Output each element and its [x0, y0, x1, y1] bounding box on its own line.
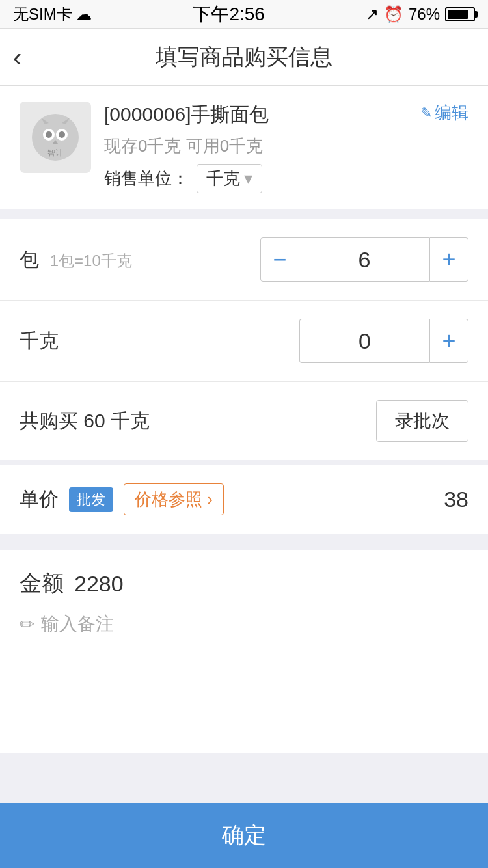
product-image: 智计: [20, 102, 91, 173]
product-logo: 智计: [29, 111, 81, 163]
product-card-wrapper: 智计 [0000006]手撕面包 现存0千克 可用0千克 销售单位： 千克 ▾ …: [0, 86, 488, 219]
status-right: ↗ ⏰ 76%: [366, 5, 475, 23]
status-time: 下午2:56: [193, 2, 265, 27]
unit-label: 销售单位：: [104, 167, 189, 190]
unit-value: 千克: [206, 167, 240, 190]
price-badge: 批发: [69, 487, 113, 512]
price-ref-button[interactable]: 价格参照 ›: [124, 483, 224, 515]
svg-text:智计: 智计: [47, 148, 63, 157]
note-placeholder[interactable]: 输入备注: [41, 612, 114, 636]
dropdown-arrow-icon: ▾: [244, 169, 252, 189]
bao-sublabel: 1包=10千克: [46, 252, 132, 269]
edit-button[interactable]: ✎ 编辑: [420, 102, 468, 124]
note-row[interactable]: ✏ 输入备注: [20, 612, 468, 636]
battery-percent: 76%: [409, 5, 440, 23]
product-unit-row: 销售单位： 千克 ▾: [104, 164, 468, 193]
bao-qty-input[interactable]: [299, 237, 429, 282]
summary-text: 共购买 60 千克: [20, 408, 150, 435]
product-stock: 现存0千克 可用0千克: [104, 135, 468, 157]
unit-dropdown[interactable]: 千克 ▾: [197, 164, 262, 193]
svg-point-3: [46, 131, 52, 138]
kg-qty-controls: +: [299, 319, 468, 363]
nav-bar: ‹ 填写商品购买信息: [0, 29, 488, 86]
bao-minus-button[interactable]: −: [260, 237, 299, 282]
price-section: 单价 批发 价格参照 › 38: [0, 465, 488, 545]
back-button[interactable]: ‹: [13, 44, 21, 70]
kg-plus-button[interactable]: +: [429, 319, 468, 363]
price-row: 单价 批发 价格参照 › 38: [20, 483, 468, 515]
amount-row: 金额 2280: [20, 569, 468, 599]
summary-row: 共购买 60 千克 录批次: [0, 382, 488, 465]
batch-button[interactable]: 录批次: [376, 400, 468, 442]
product-card: 智计 [0000006]手撕面包 现存0千克 可用0千克 销售单位： 千克 ▾: [0, 86, 488, 214]
pencil-icon: ✏: [20, 614, 34, 635]
amount-section: 金额 2280 ✏ 输入备注: [0, 545, 488, 753]
status-bar: 无SIM卡 ☁ 下午2:56 ↗ ⏰ 76%: [0, 0, 488, 29]
nav-title: 填写商品购买信息: [156, 42, 332, 72]
bao-qty-row: 包 1包=10千克 − +: [0, 219, 488, 301]
signal-icon: ↗: [366, 5, 379, 23]
kg-label: 千克: [20, 328, 299, 355]
sim-label: 无SIM卡 ☁: [13, 4, 92, 25]
bao-qty-controls: − +: [260, 237, 468, 282]
confirm-label: 确定: [222, 821, 266, 850]
status-left: 无SIM卡 ☁: [13, 4, 92, 25]
kg-qty-input[interactable]: [299, 319, 429, 363]
bao-plus-button[interactable]: +: [429, 237, 468, 282]
product-name: [0000006]手撕面包: [104, 102, 468, 128]
price-label: 单价: [20, 486, 59, 513]
amount-label: 金额: [20, 569, 64, 599]
amount-value: 2280: [74, 571, 124, 597]
svg-point-4: [59, 131, 65, 138]
edit-label: 编辑: [435, 102, 468, 124]
edit-icon: ✎: [420, 105, 432, 122]
bao-label: 包 1包=10千克: [20, 247, 260, 273]
alarm-icon: ⏰: [384, 5, 403, 23]
kg-qty-row: 千克 +: [0, 301, 488, 382]
price-value: 38: [444, 487, 468, 512]
confirm-bar[interactable]: 确定: [0, 803, 488, 868]
product-info: [0000006]手撕面包 现存0千克 可用0千克 销售单位： 千克 ▾: [104, 102, 468, 193]
battery-icon: [445, 7, 475, 21]
